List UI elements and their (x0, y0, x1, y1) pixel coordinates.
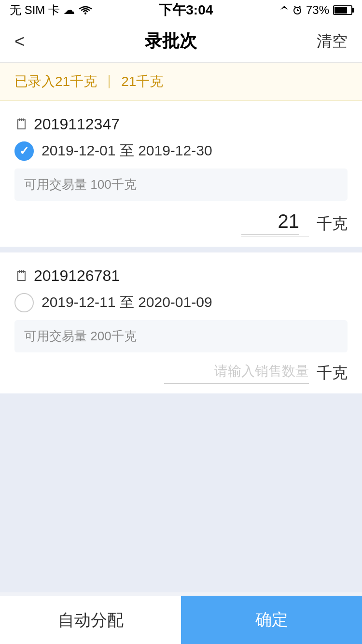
batch-1-info-text: 可用交易量 100千克 (24, 177, 137, 192)
batch-1-input-wrap (241, 210, 309, 237)
battery-icon (333, 5, 352, 15)
batch-1-quantity-input[interactable] (241, 210, 299, 232)
summary-bar: 已录入21千克 21千克 (0, 63, 362, 101)
no-sim-text: 无 SIM 卡 ☁ (10, 2, 75, 18)
summary-total: 21千克 (121, 72, 163, 91)
summary-divider (109, 75, 110, 88)
status-left: 无 SIM 卡 ☁ (10, 2, 92, 18)
batch-2-placeholder: 请输入销售数量 (214, 362, 309, 380)
batch-2-icon: 🗒 (14, 268, 29, 284)
batch-2-info-box: 可用交易量 200千克 (14, 320, 348, 352)
batch-1-id: 2019112347 (34, 115, 120, 133)
batch-2-id: 2019126781 (34, 267, 120, 285)
batch-2-input-wrap: 请输入销售数量 (164, 362, 309, 384)
status-time: 下午3:04 (159, 1, 213, 19)
batch-1-date-row: 2019-12-01 至 2019-12-30 (14, 141, 348, 161)
auto-distribute-button[interactable]: 自动分配 (0, 596, 181, 644)
batch-1-date: 2019-12-01 至 2019-12-30 (42, 141, 212, 161)
back-button[interactable]: < (14, 31, 25, 52)
svg-line-5 (299, 6, 301, 7)
empty-area (0, 399, 362, 592)
location-icon (280, 5, 289, 15)
status-right: 73% (280, 3, 352, 17)
battery-percent: 73% (306, 3, 329, 17)
batch-2-date-row: 2019-12-11 至 2020-01-09 (14, 293, 348, 312)
batch-1-card: 🗒 2019112347 2019-12-01 至 2019-12-30 可用交… (0, 101, 362, 201)
batch-2-header: 🗒 2019126781 (14, 267, 348, 285)
alarm-icon (292, 5, 302, 15)
bottom-bar: 自动分配 确定 (0, 596, 362, 644)
batch-1-radio[interactable] (14, 141, 34, 161)
batch-1-header: 🗒 2019112347 (14, 115, 348, 133)
batch-2-underline (164, 383, 309, 384)
batch-2-radio[interactable] (14, 293, 34, 312)
svg-point-0 (84, 13, 86, 14)
batch-1-icon: 🗒 (14, 116, 29, 133)
batch-2-info-text: 可用交易量 200千克 (24, 329, 137, 343)
wifi-icon (79, 5, 92, 15)
nav-bar: < 录批次 清空 (0, 20, 362, 63)
batch-2-unit: 千克 (317, 363, 348, 384)
clear-button[interactable]: 清空 (317, 31, 348, 52)
batch-2-inner: 🗒 2019126781 2019-12-11 至 2020-01-09 可用交… (0, 252, 362, 352)
svg-line-4 (294, 6, 295, 7)
status-bar: 无 SIM 卡 ☁ 下午3:04 73% (0, 0, 362, 20)
batch-1-quantity-row: 千克 (0, 201, 362, 247)
page-title: 录批次 (145, 29, 197, 53)
batch-1-unit: 千克 (317, 213, 348, 235)
batch-2-card: 🗒 2019126781 2019-12-11 至 2020-01-09 可用交… (0, 252, 362, 399)
batch-2-quantity-row: 请输入销售数量 千克 (0, 352, 362, 399)
confirm-button[interactable]: 确定 (181, 596, 362, 644)
summary-recorded: 已录入21千克 (14, 72, 97, 91)
batch-1-info-box: 可用交易量 100千克 (14, 168, 348, 201)
section-divider-1 (0, 247, 362, 252)
batch-2-date: 2019-12-11 至 2020-01-09 (42, 293, 212, 312)
